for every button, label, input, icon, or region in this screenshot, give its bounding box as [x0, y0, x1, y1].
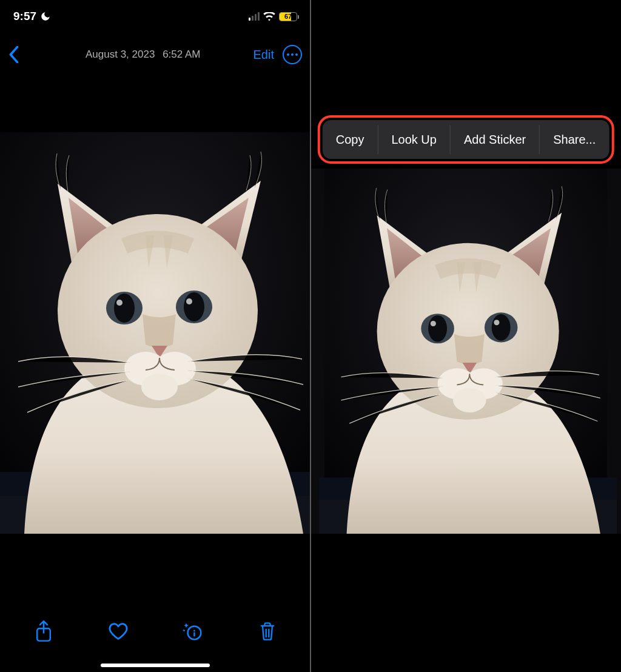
photo-date: August 3, 2023 — [86, 49, 155, 60]
context-menu-add-sticker[interactable]: Add Sticker — [451, 120, 539, 159]
status-time: 9:57 — [13, 10, 36, 23]
nav-bar: August 3, 2023 6:52 AM Edit — [0, 36, 310, 73]
home-indicator[interactable] — [101, 664, 210, 667]
photo-viewport[interactable] — [310, 169, 621, 534]
photo-date-title: August 3, 2023 6:52 AM — [33, 49, 253, 61]
battery-indicator: 67 — [279, 12, 297, 21]
delete-button[interactable] — [252, 616, 283, 647]
context-menu: Copy Look Up Add Sticker Share... — [323, 120, 609, 159]
do-not-disturb-icon — [40, 11, 51, 22]
back-button[interactable] — [8, 36, 33, 73]
share-button[interactable] — [29, 616, 59, 647]
info-button[interactable] — [178, 616, 208, 647]
annotation-highlight: Copy Look Up Add Sticker Share... — [318, 115, 614, 164]
cellular-signal-icon — [249, 12, 260, 21]
more-options-button[interactable] — [283, 45, 302, 64]
panel-divider — [310, 0, 311, 672]
context-menu-lookup[interactable]: Look Up — [378, 120, 450, 159]
photo-content-lifted-subject — [310, 169, 621, 534]
ellipsis-icon — [287, 53, 298, 56]
wifi-icon — [263, 12, 275, 21]
phone-screen-left: 9:57 67 — [0, 0, 310, 672]
photo-time: 6:52 AM — [163, 49, 200, 60]
context-menu-share[interactable]: Share... — [540, 120, 609, 159]
bottom-toolbar — [0, 604, 310, 659]
phone-screen-right: Copy Look Up Add Sticker Share... — [310, 0, 621, 672]
favorite-button[interactable] — [103, 616, 133, 647]
edit-button[interactable]: Edit — [253, 48, 274, 62]
status-bar: 9:57 67 — [0, 0, 310, 33]
photo-content — [0, 132, 310, 534]
context-menu-copy[interactable]: Copy — [323, 120, 378, 159]
photo-viewport[interactable] — [0, 132, 310, 534]
